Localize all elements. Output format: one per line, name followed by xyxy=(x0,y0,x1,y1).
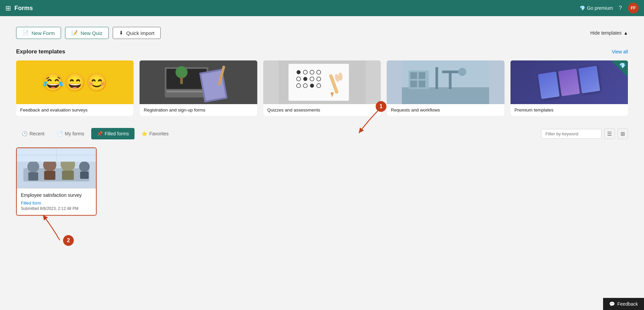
grid-view-toggle[interactable]: ⊞ xyxy=(618,129,628,139)
svg-rect-37 xyxy=(449,73,451,89)
svg-rect-28 xyxy=(402,87,489,104)
svg-rect-47 xyxy=(80,172,89,179)
feedback-illustration: 😂😄😊 xyxy=(16,60,133,104)
svg-point-19 xyxy=(297,84,301,88)
template-label-premium: Premium templates xyxy=(511,104,628,116)
templates-section-header: Explore templates View all xyxy=(16,48,628,55)
section-title: Explore templates xyxy=(16,48,65,55)
template-label-registration: Registration and sign-up forms xyxy=(140,104,257,116)
list-view-toggle[interactable]: ☰ xyxy=(604,129,615,139)
template-label-feedback: Feedback and evaluation surveys xyxy=(16,104,133,116)
svg-rect-41 xyxy=(28,172,38,181)
main-content: 📄 New Form 📝 New Quiz ⬇ Quick import Hid… xyxy=(0,16,644,226)
svg-point-12 xyxy=(303,70,307,74)
tab-recent[interactable]: 🕐 Recent xyxy=(16,128,50,139)
svg-point-14 xyxy=(317,70,321,74)
svg-point-40 xyxy=(27,161,39,172)
tabs-row: 🕐 Recent 📄 My forms 📌 Filled forms ⭐ Fav… xyxy=(16,128,628,139)
svg-point-16 xyxy=(303,77,307,81)
hide-templates-button[interactable]: Hide templates ▲ xyxy=(590,30,628,36)
svg-point-22 xyxy=(317,84,321,88)
svg-point-20 xyxy=(303,84,307,88)
filled-icon: 📌 xyxy=(97,131,103,136)
annotation-2-area: 2 xyxy=(43,232,54,242)
form-card-image xyxy=(17,148,96,188)
svg-rect-30 xyxy=(410,72,417,79)
feedback-icon: 💬 xyxy=(609,301,615,307)
form-card-title: Employee satisfaction survey xyxy=(21,192,92,198)
svg-rect-10 xyxy=(288,64,349,101)
registration-illustration xyxy=(140,60,257,104)
svg-point-46 xyxy=(79,161,90,172)
template-card-feedback[interactable]: 😂😄😊 Feedback and evaluation surveys xyxy=(16,60,133,116)
filter-right: ☰ ⊞ xyxy=(541,129,628,139)
premium-cards-mock xyxy=(538,66,600,99)
user-avatar[interactable]: FF xyxy=(628,3,639,13)
nav-right: 💎 Go premium ? FF xyxy=(580,3,639,13)
svg-rect-34 xyxy=(435,67,438,89)
svg-point-13 xyxy=(310,70,314,74)
grid-icon[interactable]: ⊞ xyxy=(5,4,11,12)
premium-illustration: 💎 xyxy=(511,60,628,104)
new-form-button[interactable]: 📄 New Form xyxy=(16,27,61,39)
forms-grid: Employee satisfaction survey Filled form… xyxy=(16,147,628,216)
top-navigation: ⊞ Forms 💎 Go premium ? FF xyxy=(0,0,644,16)
svg-rect-8 xyxy=(180,77,183,84)
feedback-button[interactable]: 💬 Feedback xyxy=(603,298,644,310)
tab-favorites[interactable]: ⭐ Favorites xyxy=(136,128,174,139)
nav-left: ⊞ Forms xyxy=(5,4,33,12)
svg-point-17 xyxy=(310,77,314,81)
new-quiz-icon: 📝 xyxy=(71,30,78,36)
svg-rect-43 xyxy=(44,171,55,180)
requests-illustration xyxy=(387,60,504,104)
tab-myforms[interactable]: 📄 My forms xyxy=(51,128,90,139)
chevron-up-icon: ▲ xyxy=(624,31,628,36)
form-card-status: Filled form xyxy=(21,201,92,206)
svg-point-15 xyxy=(297,77,301,81)
favorites-icon: ⭐ xyxy=(142,131,147,136)
svg-point-18 xyxy=(317,77,321,81)
svg-point-36 xyxy=(458,68,466,76)
quizzes-illustration xyxy=(263,60,381,104)
form-card-date: Submitted 8/8/2023, 2:12:48 PM xyxy=(21,206,92,211)
template-card-quizzes[interactable]: Quizzes and assessments xyxy=(263,60,381,116)
svg-point-21 xyxy=(310,84,314,88)
svg-rect-32 xyxy=(410,81,417,87)
svg-rect-31 xyxy=(419,72,425,79)
new-quiz-button[interactable]: 📝 New Quiz xyxy=(65,27,109,39)
svg-point-11 xyxy=(297,70,301,74)
svg-rect-33 xyxy=(419,81,425,87)
form-card-employee-survey[interactable]: Employee satisfaction survey Filled form… xyxy=(16,147,97,216)
template-card-requests[interactable]: Requests and workflows xyxy=(387,60,504,116)
svg-point-7 xyxy=(176,66,188,78)
template-label-quizzes: Quizzes and assessments xyxy=(263,104,381,116)
svg-rect-45 xyxy=(62,171,74,180)
tab-filled[interactable]: 📌 Filled forms xyxy=(91,128,135,139)
action-buttons-bar: 📄 New Form 📝 New Quiz ⬇ Quick import Hid… xyxy=(16,27,628,39)
tabs-section: 🕐 Recent 📄 My forms 📌 Filled forms ⭐ Fav… xyxy=(16,128,628,216)
templates-row: 😂😄😊 Feedback and evaluation surveys xyxy=(16,60,628,116)
form-card-body: Employee satisfaction survey Filled form… xyxy=(17,188,96,215)
annotation-circle-2: 2 xyxy=(63,235,74,246)
new-form-icon: 📄 xyxy=(22,30,29,36)
template-card-registration[interactable]: Registration and sign-up forms xyxy=(140,60,257,116)
myforms-icon: 📄 xyxy=(57,131,63,136)
quick-import-button[interactable]: ⬇ Quick import xyxy=(113,27,161,39)
app-title: Forms xyxy=(14,5,33,12)
import-icon: ⬇ xyxy=(119,30,123,36)
view-all-link[interactable]: View all xyxy=(612,49,628,54)
filter-input[interactable] xyxy=(541,129,601,139)
template-label-requests: Requests and workflows xyxy=(387,104,504,116)
svg-rect-3 xyxy=(167,91,207,92)
recent-icon: 🕐 xyxy=(22,131,28,136)
template-card-premium[interactable]: 💎 Premium templates xyxy=(511,60,628,116)
go-premium-button[interactable]: 💎 Go premium xyxy=(580,5,613,11)
premium-diamond-icon: 💎 xyxy=(580,5,585,11)
help-button[interactable]: ? xyxy=(619,5,622,11)
